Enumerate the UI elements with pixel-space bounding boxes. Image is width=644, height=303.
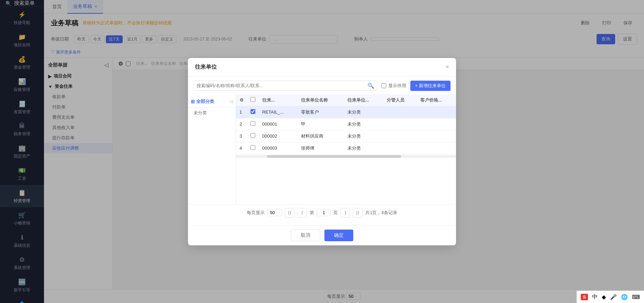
uncategorized-label: 未分类 — [193, 110, 207, 116]
modal-overlay: 往来单位 × 🔍 显示停用 + 新增往来单位 ⊞ — [0, 0, 644, 303]
confirm-button[interactable]: 确定 — [324, 230, 353, 241]
row-checkbox[interactable] — [251, 133, 255, 138]
table-row[interactable]: 1 RETAIL_... 零散客户 未分类 — [236, 106, 456, 118]
show-disabled-checkbox[interactable] — [381, 83, 386, 88]
th-name: 往来单位名称 — [298, 94, 344, 106]
th-category: 往来单位... — [344, 94, 383, 106]
row-checkbox[interactable] — [251, 109, 255, 114]
category-all-label[interactable]: 全部分类 — [196, 98, 214, 105]
table-row[interactable]: 4 000003 张师傅 未分类 — [236, 142, 456, 154]
row-price — [417, 106, 456, 118]
status-icon-mic[interactable]: 🎤 — [610, 294, 617, 300]
row-name: 零散客户 — [298, 106, 344, 118]
category-item-uncategorized[interactable]: 未分类 — [188, 108, 236, 118]
row-category: 未分类 — [344, 130, 383, 142]
show-disabled-label: 显示停用 — [388, 83, 406, 89]
first-page-button[interactable]: ⟨⟨ — [285, 208, 295, 218]
row-index: 3 — [236, 130, 247, 142]
show-disabled-wrap: 显示停用 — [381, 83, 406, 89]
table-row[interactable]: 2 000001 甲 未分类 — [236, 118, 456, 130]
dialog-content: ⊞ 全部分类 ◁ 未分类 ⚙ — [188, 94, 456, 204]
category-tree: ⊞ 全部分类 ◁ 未分类 — [188, 94, 236, 204]
dialog-pagination: 每页显示 50 ⟨⟨ ⟨ 第 页 ⟩ ⟩⟩ 共1页，4条记录 — [188, 204, 456, 221]
row-category: 未分类 — [344, 142, 383, 154]
row-name: 甲 — [298, 118, 344, 130]
row-price — [417, 130, 456, 142]
dialog-body: 🔍 显示停用 + 新增往来单位 ⊞ 全部分类 ◁ 未分类 — [188, 77, 456, 225]
last-page-button[interactable]: ⟩⟩ — [353, 208, 363, 218]
dialog-toolbar: 🔍 显示停用 + 新增往来单位 — [188, 81, 456, 94]
data-table-wrap: ⚙ 往来... 往来单位名称 往来单位... 分管人员 客户价格... — [236, 94, 456, 204]
status-icon-network[interactable]: 🌐 — [621, 294, 628, 300]
dialog-close-button[interactable]: × — [445, 63, 449, 71]
status-icon-dot[interactable]: ◆ — [602, 294, 606, 300]
dialog-title: 往来单位 — [195, 63, 217, 71]
row-price — [417, 118, 456, 130]
scrollbar-thumb — [267, 155, 401, 158]
row-code: 000001 — [259, 118, 298, 130]
table-select-all[interactable] — [251, 97, 255, 102]
row-checkbox[interactable] — [251, 145, 255, 150]
add-party-button[interactable]: + 新增往来单位 — [410, 81, 451, 91]
row-category: 未分类 — [344, 118, 383, 130]
dialog-header: 往来单位 × — [188, 58, 456, 77]
page-label: 第 — [310, 210, 314, 216]
per-page-select[interactable]: 50 — [267, 209, 282, 216]
th-gear: ⚙ — [236, 94, 247, 106]
next-page-button[interactable]: ⟩ — [341, 208, 350, 218]
cancel-button[interactable]: 取消 — [291, 230, 320, 241]
status-icon-keyboard[interactable]: ⌨ — [632, 294, 640, 300]
row-checkbox-cell — [247, 130, 259, 142]
th-price-level: 客户价格... — [417, 94, 456, 106]
brand-logo: S — [581, 294, 588, 300]
category-collapse-icon[interactable]: ◁ — [230, 99, 233, 104]
row-index: 4 — [236, 142, 247, 154]
status-icon-zh[interactable]: 中 — [592, 293, 598, 301]
row-name: 张师傅 — [298, 142, 344, 154]
party-table: ⚙ 往来... 往来单位名称 往来单位... 分管人员 客户价格... — [236, 94, 456, 154]
dialog-search-icon: 🔍 — [367, 82, 374, 89]
horizontal-scrollbar[interactable] — [236, 155, 456, 158]
row-code: 000003 — [259, 142, 298, 154]
page-number-input[interactable] — [317, 209, 331, 216]
th-check — [247, 94, 259, 106]
th-code: 往来... — [259, 94, 298, 106]
total-info: 共1页，4条记录 — [365, 210, 397, 216]
row-manager — [383, 130, 417, 142]
row-index: 1 — [236, 106, 247, 118]
th-manager: 分管人员 — [383, 94, 417, 106]
row-index: 2 — [236, 118, 247, 130]
row-checkbox-cell — [247, 142, 259, 154]
row-manager — [383, 142, 417, 154]
row-name: 材料供应商 — [298, 130, 344, 142]
row-price — [417, 142, 456, 154]
dialog-search-wrap: 🔍 — [193, 81, 377, 91]
status-bar: S 中 ◆ 🎤 🌐 ⌨ — [577, 291, 644, 303]
row-manager — [383, 118, 417, 130]
table-row[interactable]: 3 000002 材料供应商 未分类 — [236, 130, 456, 142]
dialog-party: 往来单位 × 🔍 显示停用 + 新增往来单位 ⊞ — [188, 58, 456, 245]
row-checkbox[interactable] — [251, 121, 255, 126]
dialog-footer: 取消 确定 — [188, 225, 456, 245]
row-checkbox-cell — [247, 118, 259, 130]
prev-page-button[interactable]: ⟨ — [297, 208, 307, 218]
row-code: 000002 — [259, 130, 298, 142]
row-code: RETAIL_... — [259, 106, 298, 118]
row-category: 未分类 — [344, 106, 383, 118]
row-manager — [383, 106, 417, 118]
per-page-label: 每页显示 — [247, 210, 265, 216]
category-all-icon: ⊞ — [191, 99, 195, 104]
row-checkbox-cell — [247, 106, 259, 118]
page-unit: 页 — [333, 210, 338, 216]
dialog-search-input[interactable] — [197, 83, 365, 88]
